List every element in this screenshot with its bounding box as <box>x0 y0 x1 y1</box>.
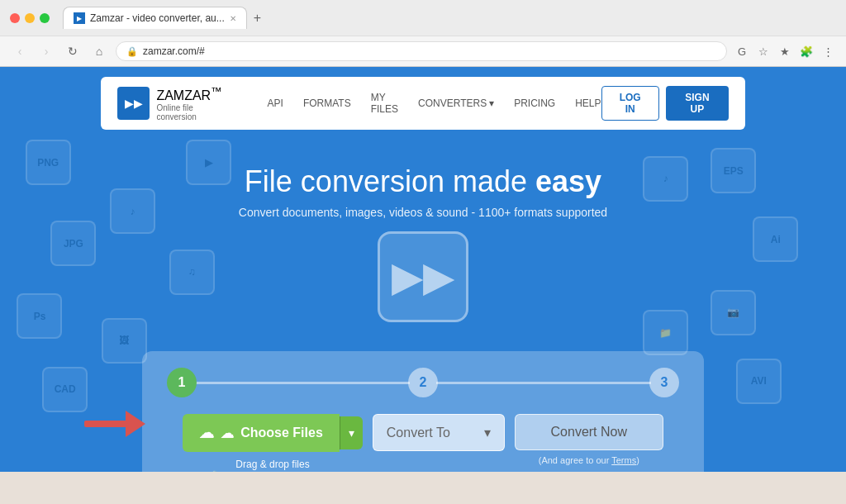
play-icon: ▶▶ <box>392 253 454 301</box>
nav-actions: LOG IN SIGN UP <box>601 86 729 121</box>
terms-text: (And agree to our Terms) <box>539 455 639 465</box>
converter-widget: 1 2 3 ☁ Choose Files ▾ <box>142 351 704 472</box>
hero-logo: ▶▶ <box>378 231 468 322</box>
forward-button[interactable]: › <box>36 41 56 61</box>
choose-files-button-group: ☁ Choose Files ▾ <box>183 414 363 452</box>
steps-indicator: 1 2 3 <box>167 368 679 397</box>
hero-section: File conversion made easy Convert docume… <box>0 140 846 351</box>
home-button[interactable]: ⌂ <box>89 41 109 61</box>
bookmark-icon[interactable]: ☆ <box>755 43 772 59</box>
convert-to-dropdown-icon: ▾ <box>484 425 491 440</box>
email-text: ✉ Email when done? <box>546 470 631 472</box>
login-button[interactable]: LOG IN <box>601 86 659 121</box>
convert-now-section: Convert Now (And agree to our Terms) ✉ E… <box>515 414 663 472</box>
nav-pricing[interactable]: PRICING <box>514 97 555 109</box>
lock-icon: 🔒 <box>126 46 138 57</box>
tab-bar: Zamzar - video converter, au... ✕ + <box>56 7 271 29</box>
toolbar-icons: G ☆ ★ 🧩 ⋮ <box>734 43 836 59</box>
navbar: ZAMZAR™ Online file conversion API FORMA… <box>101 77 745 130</box>
tab-title: Zamzar - video converter, au... <box>90 12 225 24</box>
nav-help[interactable]: HELP <box>575 97 601 109</box>
step-line-2 <box>436 382 651 384</box>
tab-favicon <box>74 12 85 24</box>
google-icon: G <box>734 43 750 59</box>
arrow-head <box>126 411 145 437</box>
back-button[interactable]: ‹ <box>10 41 30 61</box>
arrow-indicator <box>84 411 145 437</box>
hero-title: File conversion made easy <box>17 164 829 199</box>
logo-icon <box>117 87 150 120</box>
page: PNG JPG Ps CAD ♪ ▶ 🖼 ♫ EPS Ai AVI 📷 ♪ 📁 … <box>0 67 846 472</box>
address-bar: ‹ › ↻ ⌂ 🔒 zamzar.com/# G ☆ ★ 🧩 ⋮ <box>0 36 846 66</box>
email-icon: ✉ <box>546 470 554 472</box>
more-icon[interactable]: ⋮ <box>820 43 836 59</box>
step-2-circle: 2 <box>408 368 438 397</box>
logo-tm: ™ <box>211 85 221 97</box>
upload-icon: ☁ <box>221 426 234 441</box>
arrow-shaft <box>84 421 126 427</box>
logo-brand: ZAMZAR™ <box>156 85 234 103</box>
hero-subtitle: Convert documents, images, videos & soun… <box>17 206 829 219</box>
close-button[interactable] <box>10 13 20 23</box>
lock-small-icon: 🔒 <box>209 470 221 472</box>
title-bar: Zamzar - video converter, au... ✕ + <box>0 0 846 36</box>
choose-files-section: ☁ Choose Files ▾ Drag & drop files 🔒 How… <box>183 414 363 472</box>
address-input[interactable]: 🔒 zamzar.com/# <box>116 41 727 61</box>
convert-now-button[interactable]: Convert Now <box>515 414 663 450</box>
traffic-lights <box>10 13 50 23</box>
chevron-down-icon: ▾ <box>489 97 494 109</box>
choose-files-button[interactable]: ☁ Choose Files <box>183 414 340 452</box>
drag-drop-text: Drag & drop files <box>235 459 309 470</box>
nav-my-files[interactable]: MY FILES <box>371 92 398 115</box>
step-line-1 <box>195 382 410 384</box>
fullscreen-button[interactable] <box>40 13 50 23</box>
tab-close-icon[interactable]: ✕ <box>230 14 236 23</box>
star-icon[interactable]: ★ <box>777 43 793 59</box>
signup-button[interactable]: SIGN UP <box>666 86 729 121</box>
minimize-button[interactable] <box>25 13 35 23</box>
convert-to-button[interactable]: Convert To ▾ <box>373 414 505 451</box>
step-3-circle: 3 <box>649 368 679 397</box>
logo: ZAMZAR™ Online file conversion <box>117 85 235 121</box>
browser-chrome: Zamzar - video converter, au... ✕ + ‹ › … <box>0 0 846 67</box>
address-text: zamzar.com/# <box>143 45 205 57</box>
new-tab-button[interactable]: + <box>250 7 264 29</box>
nav-api[interactable]: API <box>268 97 283 109</box>
logo-sub: Online file conversion <box>156 103 234 121</box>
step-1-circle: 1 <box>167 368 197 397</box>
bg-icon-avi: AVI <box>736 359 782 404</box>
protected-row: 🔒 How are my files protected? <box>209 470 336 472</box>
logo-text: ZAMZAR™ Online file conversion <box>156 85 234 121</box>
nav-links: API FORMATS MY FILES CONVERTERS ▾ PRICIN… <box>268 92 601 115</box>
extension-icon[interactable]: 🧩 <box>798 43 815 59</box>
protected-link[interactable]: How are my files protected? <box>224 471 336 472</box>
active-tab[interactable]: Zamzar - video converter, au... ✕ <box>63 7 247 29</box>
terms-link[interactable]: Terms <box>611 455 636 465</box>
reload-button[interactable]: ↻ <box>63 41 83 61</box>
convert-to-section: Convert To ▾ <box>373 414 505 451</box>
bg-icon-cad: CAD <box>42 367 88 412</box>
choose-files-dropdown-button[interactable]: ▾ <box>340 416 363 449</box>
nav-formats[interactable]: FORMATS <box>303 97 351 109</box>
nav-converters[interactable]: CONVERTERS ▾ <box>418 97 494 109</box>
